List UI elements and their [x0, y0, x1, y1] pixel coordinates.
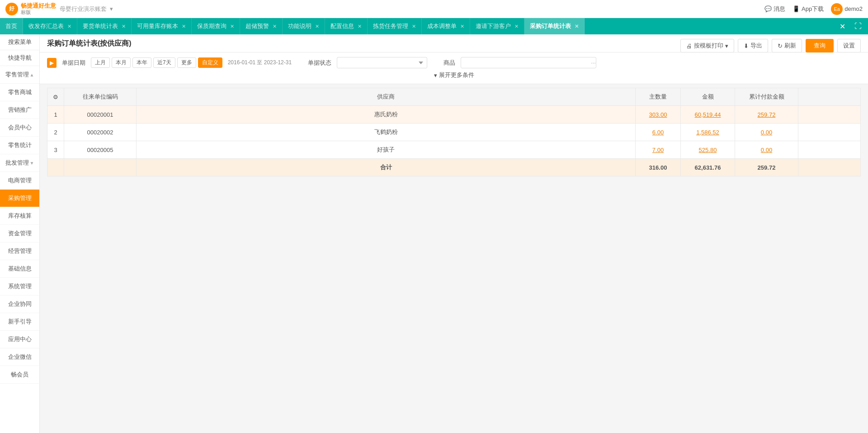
sidebar-item-finance[interactable]: 资金管理: [0, 225, 39, 243]
tab-shoufa[interactable]: 收发存汇总表 ✕: [23, 18, 77, 34]
row-3-code: 00020005: [64, 141, 137, 159]
print-icon: 🖨: [686, 43, 692, 49]
custom-date-btn[interactable]: 自定义: [198, 57, 222, 68]
tab-gongneng[interactable]: 功能说明 ✕: [283, 18, 325, 34]
tab-jianhuo[interactable]: 拣货任务管理 ✕: [368, 18, 422, 34]
search-menu-section[interactable]: 搜索菜单: [0, 34, 39, 50]
tab-baozhi[interactable]: 保质期查询 ✕: [192, 18, 240, 34]
col-header-checkbox: ⚙: [47, 88, 64, 106]
close-tab-baozhi[interactable]: ✕: [230, 24, 234, 29]
query-button[interactable]: 查询: [806, 39, 834, 52]
tab-chaochu[interactable]: 超储预警 ✕: [240, 18, 283, 34]
app-download-button[interactable]: 📱 App下载: [793, 5, 824, 13]
close-tab-caigou[interactable]: ✕: [575, 24, 579, 29]
sidebar-item-app-center[interactable]: 应用中心: [0, 331, 39, 348]
sidebar-item-enterprise[interactable]: 企业协同: [0, 295, 39, 313]
row-3-extra: [798, 141, 861, 159]
refresh-button[interactable]: ↻ 刷新: [772, 39, 802, 52]
settings-button[interactable]: 设置: [837, 39, 861, 52]
tab-home[interactable]: 首页: [0, 18, 23, 34]
settings-gear-icon[interactable]: ⚙: [53, 94, 58, 100]
maximize-button[interactable]: ⛶: [852, 21, 864, 31]
sidebar-item-operations[interactable]: 经营管理: [0, 243, 39, 260]
footer-amount: 62,631.76: [681, 159, 735, 176]
close-tab-keyongliang[interactable]: ✕: [182, 24, 186, 29]
row-1-qty[interactable]: 303.00: [636, 106, 681, 124]
filter-toggle-button[interactable]: ▶: [47, 58, 57, 68]
avatar: Ea: [831, 3, 843, 15]
more-date-btn[interactable]: 更多: [177, 57, 196, 68]
sidebar-item-basic-info[interactable]: 基础信息: [0, 260, 39, 278]
sidebar-item-inventory[interactable]: 库存核算: [0, 207, 39, 225]
table-footer-row: 合计 316.00 62,631.76 259.72: [47, 159, 861, 176]
close-tab-shoufa[interactable]: ✕: [67, 24, 71, 29]
print-button[interactable]: 🖨 按模板打印 ▾: [680, 39, 734, 52]
row-1-extra: [798, 106, 861, 124]
sidebar-item-retail-shop[interactable]: 零售商城: [0, 84, 39, 101]
last-7-days-btn[interactable]: 近7天: [153, 57, 175, 68]
user-menu[interactable]: Ea demo2: [831, 3, 863, 15]
this-month-btn[interactable]: 本月: [112, 57, 131, 68]
tab-yaohuo[interactable]: 要货单统计表 ✕: [77, 18, 132, 34]
sidebar-item-wholesale[interactable]: 批发管理 ▼: [0, 154, 39, 172]
expand-more-btn[interactable]: ▾ 展开更多条件: [434, 71, 474, 79]
sidebar-item-marketing[interactable]: 营销推广: [0, 101, 39, 119]
sidebar-item-member[interactable]: 畅会员: [0, 366, 39, 384]
quick-nav-section[interactable]: 快捷导航: [0, 50, 39, 66]
close-tab-chaochu[interactable]: ✕: [273, 24, 277, 29]
col-header-paid: 累计付款金额: [735, 88, 798, 106]
sidebar-item-ecommerce[interactable]: 电商管理: [0, 172, 39, 190]
logo-icon: 好: [5, 3, 18, 15]
row-3-amount[interactable]: 525.80: [681, 141, 735, 159]
goods-more-icon[interactable]: ···: [591, 59, 596, 66]
close-tab-yaoqing[interactable]: ✕: [514, 24, 519, 29]
table-row: 2 00020002 飞鹤奶粉 6.00 1,586.52 0.00: [47, 124, 861, 141]
sidebar-item-system[interactable]: 系统管理: [0, 278, 39, 295]
date-quick-buttons: 上月 本月 本年 近7天 更多 自定义: [91, 57, 222, 68]
col-header-qty: 主数量: [636, 88, 681, 106]
close-all-tabs-button[interactable]: ✕: [837, 21, 848, 32]
last-month-btn[interactable]: 上月: [91, 57, 110, 68]
nav-tab-end: ✕ ⛶: [837, 21, 868, 32]
sidebar-item-newbie[interactable]: 新手引导: [0, 313, 39, 331]
workspace-dropdown-icon[interactable]: ▾: [110, 5, 113, 12]
sidebar-item-retail-stats[interactable]: 零售统计: [0, 137, 39, 154]
nav-tabs: 首页 收发存汇总表 ✕ 要货单统计表 ✕ 可用量库存账本 ✕ 保质期查询 ✕ 超…: [0, 18, 868, 34]
row-1-amount[interactable]: 60,519.44: [681, 106, 735, 124]
goods-input[interactable]: [461, 57, 596, 68]
filter-area: ▶ 单据日期 上月 本月 本年 近7天 更多 自定义 2016-01-01 至 …: [40, 52, 868, 84]
top-bar: 好 畅捷通好生意 标版 母婴行业演示账套 ▾ 💬 消息 📱 App下载 Ea d…: [0, 0, 868, 18]
row-2-paid[interactable]: 0.00: [735, 124, 798, 141]
row-2-qty[interactable]: 6.00: [636, 124, 681, 141]
row-2-amount[interactable]: 1,586.52: [681, 124, 735, 141]
table-row: 1 00020001 惠氏奶粉 303.00 60,519.44 259.72: [47, 106, 861, 124]
tab-yaoqing[interactable]: 邀请下游客户 ✕: [470, 18, 524, 34]
row-1-paid[interactable]: 259.72: [735, 106, 798, 124]
sidebar-item-member-center[interactable]: 会员中心: [0, 119, 39, 137]
close-tab-gongneng[interactable]: ✕: [315, 24, 319, 29]
row-3-paid[interactable]: 0.00: [735, 141, 798, 159]
status-select[interactable]: [337, 57, 427, 68]
this-year-btn[interactable]: 本年: [132, 57, 151, 68]
tab-chengben[interactable]: 成本调整单 ✕: [422, 18, 470, 34]
row-3-qty[interactable]: 7.00: [636, 141, 681, 159]
close-tab-peizhi[interactable]: ✕: [358, 24, 362, 29]
phone-icon: 📱: [793, 5, 800, 12]
tab-peizhi[interactable]: 配置信息 ✕: [325, 18, 368, 34]
close-tab-jianhuo[interactable]: ✕: [412, 24, 416, 29]
footer-paid: 259.72: [735, 159, 798, 176]
tab-caigou[interactable]: 采购订单统计表 ✕: [524, 18, 585, 34]
sidebar-item-enterprise-wechat[interactable]: 企业微信: [0, 348, 39, 366]
print-dropdown-arrow[interactable]: ▾: [725, 43, 728, 49]
retail-mgmt-arrow: ▲: [30, 72, 34, 77]
close-tab-yaohuo[interactable]: ✕: [122, 24, 126, 29]
close-tab-chengben[interactable]: ✕: [460, 24, 464, 29]
tab-keyongliang[interactable]: 可用量库存账本 ✕: [132, 18, 192, 34]
date-range-display: 2016-01-01 至 2023-12-31: [228, 59, 292, 67]
sidebar-item-retail-mgmt[interactable]: 零售管理 ▲: [0, 66, 39, 84]
sidebar-item-purchase[interactable]: 采购管理: [0, 190, 39, 207]
export-button[interactable]: ⬇ 导出: [738, 39, 768, 52]
top-bar-right: 💬 消息 📱 App下载 Ea demo2: [764, 3, 863, 15]
wholesale-arrow: ▼: [30, 161, 34, 166]
messages-button[interactable]: 💬 消息: [764, 5, 785, 13]
